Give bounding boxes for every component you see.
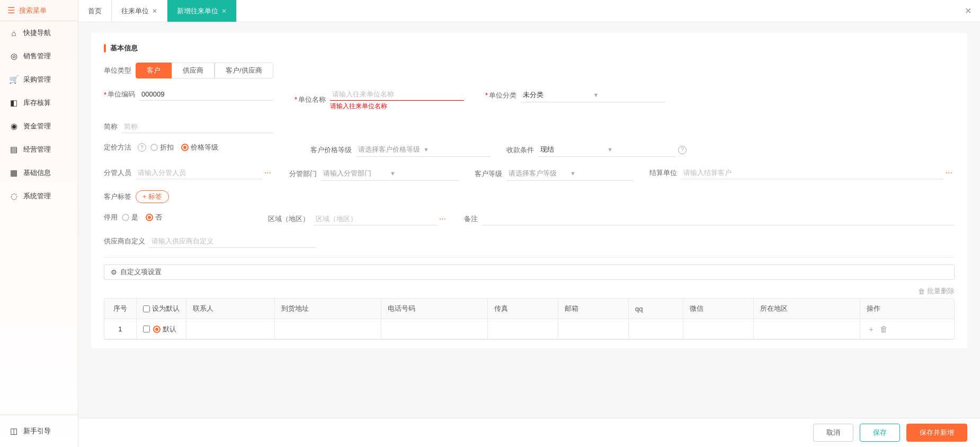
sidebar-item-label: 基础信息: [23, 168, 51, 178]
manager-input[interactable]: [136, 166, 262, 179]
manager-ellipsis-btn[interactable]: ···: [262, 168, 273, 178]
default-radio-item[interactable]: 默认: [153, 325, 176, 334]
cell-index: 1: [104, 319, 136, 339]
save-add-button[interactable]: 保存并新增: [906, 424, 967, 442]
sidebar-item-quick-nav[interactable]: ⌂ 快捷导航: [0, 21, 78, 45]
disabled-yes-label: 是: [131, 213, 138, 222]
home-icon: ⌂: [8, 28, 19, 38]
pricing-method-field: 定价方法 ? 折扣 价格等级: [104, 143, 295, 152]
sidebar-item-basic[interactable]: ▦ 基础信息: [0, 161, 78, 185]
tabbar: 首页 往来单位 ✕ 新增往来单位 ✕ ✕: [78, 0, 980, 22]
delete-icon: 🗑: [918, 287, 925, 295]
sidebar-item-label: 采购管理: [23, 75, 51, 84]
sidebar-item-operation[interactable]: ▤ 经营管理: [0, 138, 78, 161]
unit-category-select[interactable]: 未分类 ▼: [521, 88, 665, 102]
pricing-help-icon[interactable]: ?: [138, 143, 146, 152]
sidebar-search[interactable]: ☰ 搜索菜单: [0, 0, 78, 21]
settlement-unit-field: 结算单位 ···: [649, 166, 955, 179]
sidebar-item-inventory[interactable]: ◧ 库存核算: [0, 91, 78, 115]
customer-price-level-chevron: ▼: [423, 146, 488, 153]
sidebar-item-purchase[interactable]: 🛒 采购管理: [0, 68, 78, 91]
cell-region: [754, 319, 860, 339]
section-header: 基本信息: [104, 43, 955, 53]
add-row-btn[interactable]: +: [867, 323, 876, 335]
table-row: 1 默认: [104, 319, 954, 339]
unit-name-input[interactable]: [330, 88, 464, 101]
unit-type-label: 单位类型: [104, 66, 131, 75]
payment-terms-field: 收款条件 现结 ▼ ?: [506, 143, 687, 157]
region-ellipsis-btn[interactable]: ···: [437, 214, 448, 224]
search-icon: ☰: [7, 5, 15, 15]
customer-level-chevron: ▼: [570, 170, 631, 177]
tag-add-button[interactable]: + 标签: [136, 190, 169, 203]
remark-input[interactable]: [482, 213, 955, 225]
sidebar-item-guide[interactable]: ◫ 新手引导: [0, 419, 78, 443]
select-all-checkbox[interactable]: [143, 305, 150, 312]
delete-row-btn[interactable]: 🗑: [878, 323, 890, 335]
settlement-unit-label: 结算单位: [649, 168, 677, 178]
system-icon: ◌: [8, 191, 19, 201]
payment-terms-help-icon[interactable]: ?: [678, 146, 687, 154]
row-checkbox[interactable]: [143, 326, 150, 332]
sidebar-item-system[interactable]: ◌ 系统管理: [0, 185, 78, 208]
unit-code-input[interactable]: [139, 88, 273, 101]
tag-row: 客户标签 + 标签: [104, 190, 955, 203]
sidebar-item-label: 库存核算: [23, 98, 51, 108]
tab-new-partner[interactable]: 新增往来单位 ✕: [167, 0, 237, 22]
sidebar-item-sales[interactable]: ◎ 销售管理: [0, 45, 78, 68]
department-select[interactable]: 请输入分管部门 ▼: [321, 166, 459, 181]
default-radio: [153, 326, 161, 333]
customer-price-level-placeholder: 请选择客户价格等级: [358, 145, 423, 154]
pricing-level-option[interactable]: 价格等级: [181, 143, 218, 152]
col-wechat: 微信: [683, 299, 754, 319]
region-input[interactable]: [314, 213, 437, 225]
unit-type-customer-btn[interactable]: 客户: [136, 63, 172, 78]
unit-category-label: 单位分类: [489, 91, 516, 100]
customer-level-label: 客户等级: [475, 169, 502, 179]
tab-partner-close-icon[interactable]: ✕: [152, 7, 157, 15]
save-button[interactable]: 保存: [860, 424, 900, 442]
customer-level-select[interactable]: 请选择客户等级 ▼: [506, 166, 634, 181]
window-close-button[interactable]: ✕: [956, 0, 980, 22]
settlement-unit-ellipsis-btn[interactable]: ···: [943, 168, 955, 178]
sidebar-item-finance[interactable]: ◉ 资金管理: [0, 115, 78, 138]
bulk-delete-button[interactable]: 🗑 批量删除: [918, 286, 955, 296]
cancel-button[interactable]: 取消: [813, 424, 853, 442]
disabled-yes-option[interactable]: 是: [122, 213, 138, 222]
short-name-label: 简称: [104, 122, 118, 132]
col-region: 所在地区: [754, 299, 860, 319]
sidebar-item-label: 经营管理: [23, 145, 51, 154]
cell-contact: [186, 319, 274, 339]
col-index: 序号: [104, 299, 136, 319]
unit-code-field: * 单位编码: [104, 88, 273, 101]
payment-terms-select[interactable]: 现结 ▼: [538, 143, 676, 157]
content-area: 基本信息 单位类型 客户 供应商 客户/供应商 * 单位编码: [78, 22, 980, 418]
unit-type-row: 单位类型 客户 供应商 客户/供应商: [104, 63, 955, 78]
unit-category-value: 未分类: [523, 90, 593, 100]
sidebar-search-label: 搜索菜单: [19, 6, 47, 15]
manager-field: 分管人员 ···: [104, 166, 273, 179]
pricing-discount-option[interactable]: 折扣: [150, 143, 174, 152]
unit-category-field: * 单位分类 未分类 ▼: [485, 88, 665, 102]
disabled-field: 停用 是 否: [104, 213, 252, 222]
manager-label: 分管人员: [104, 168, 131, 178]
tab-partner[interactable]: 往来单位 ✕: [112, 0, 167, 22]
customer-tag-field: 客户标签 + 标签: [104, 190, 955, 203]
contact-table: 序号 设为默认 联系人 到货地址 电话号码 传真 邮箱: [104, 298, 955, 340]
col-qq: qq: [628, 299, 683, 319]
unit-type-both-btn[interactable]: 客户/供应商: [215, 63, 273, 78]
custom-settings-button[interactable]: ⚙ 自定义项设置: [104, 264, 955, 280]
supplier-custom-input[interactable]: [149, 235, 316, 248]
short-name-input[interactable]: [122, 120, 273, 133]
tab-home[interactable]: 首页: [78, 0, 112, 22]
unit-name-required: *: [295, 95, 297, 103]
customer-level-field: 客户等级 请选择客户等级 ▼: [475, 166, 634, 181]
unit-type-supplier-btn[interactable]: 供应商: [172, 63, 215, 78]
unit-name-label: 单位名称: [298, 95, 326, 104]
customer-price-level-select[interactable]: 请选择客户价格等级 ▼: [356, 143, 491, 157]
disabled-no-option[interactable]: 否: [146, 213, 162, 222]
tab-new-partner-close-icon[interactable]: ✕: [221, 7, 227, 15]
pricing-level-label: 价格等级: [191, 143, 218, 152]
settlement-unit-input[interactable]: [681, 166, 943, 179]
gear-icon: ⚙: [111, 268, 117, 276]
